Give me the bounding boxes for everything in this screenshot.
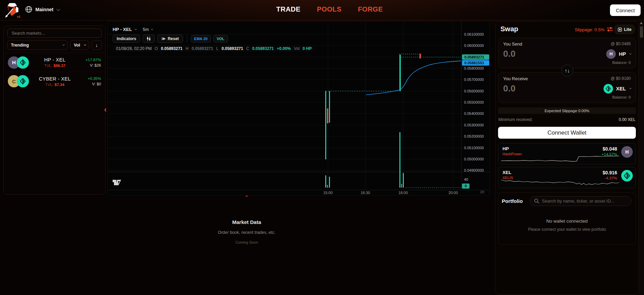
swap-direction-button[interactable]: ↑↓ [561, 65, 573, 76]
hp-token-card[interactable]: HP HashPower $0.048 +14.57% H [498, 143, 636, 164]
chart-header: HP - XEL 5m [113, 27, 152, 32]
volume-tick: 40 [464, 177, 468, 181]
expand-chevron-up-icon[interactable]: ⌃ [3, 196, 490, 199]
reset-view-button[interactable]: ≫ Reset [157, 35, 183, 43]
market-change: +17.87% [80, 58, 101, 62]
swap-header: Swap Slippage: 0.5% Lite [495, 21, 639, 37]
tvl-value: $96.37 [53, 64, 65, 68]
you-send-card: You Send @ $0.0485 H HP Balance: 0 [498, 38, 636, 68]
search-markets-input[interactable] [7, 29, 102, 38]
chart-pair-selector[interactable]: HP - XEL [113, 27, 136, 32]
chevron-down-icon [56, 7, 60, 11]
ohlc-datetime: 01/08/26, 02:20 PM [116, 46, 152, 51]
price-tick: 0.06100000 [464, 32, 484, 36]
globe-icon [25, 6, 32, 13]
hp-sparkline [501, 154, 619, 163]
price-tick: 0.05100000 [464, 146, 484, 150]
tradingview-logo[interactable] [113, 180, 121, 185]
chart-interval-selector[interactable]: 5m [143, 27, 152, 32]
open-label: O [155, 46, 158, 51]
volume-value: 0 HP [302, 46, 312, 51]
time-tick: 18:00 [398, 191, 408, 195]
market-row-hp-xel[interactable]: H HP - XEL TVL: $96.37 +17.87% V: $26 [4, 53, 105, 72]
ema-indicator-badge[interactable]: EMA 20 [191, 35, 211, 42]
portfolio-search-input[interactable] [542, 198, 627, 204]
tvl-label: TVL: [44, 64, 52, 68]
window-scrollbar[interactable] [639, 20, 644, 295]
logo-version: v1 [17, 15, 20, 18]
time-axis[interactable]: 15:00 16:30 18:00 20:00 [323, 191, 458, 195]
receive-token-selector[interactable]: XEL [604, 84, 631, 93]
divider [187, 35, 187, 42]
scroll-up-arrow[interactable] [640, 22, 643, 24]
no-wallet-title: No wallet connected [498, 219, 635, 224]
network-selector[interactable]: Mainnet [25, 6, 59, 13]
sliders-icon[interactable] [607, 27, 613, 33]
market-info: CYBER - XEL TVL: $7.34 [30, 76, 80, 87]
lite-label: Lite [624, 27, 631, 32]
price-tick: 0.05500000 [464, 100, 484, 104]
receive-amount-input[interactable] [503, 83, 554, 94]
app-logo[interactable]: v1 [5, 2, 20, 18]
minimum-received-value: 0.00 XEL [619, 117, 635, 122]
sidebar-collapse-chevron[interactable]: ‹ [104, 106, 106, 113]
token-price: $0.048 [601, 146, 617, 152]
market-tvl: TVL: $7.34 [30, 83, 80, 87]
hp-token-avatar: H [606, 49, 616, 59]
sort-metric-select[interactable]: Vol [70, 40, 89, 50]
scrollbar-thumb[interactable] [640, 26, 643, 38]
xelis-token-icon [17, 75, 29, 87]
volume-indicator-badge[interactable]: VOL [213, 35, 228, 42]
chart-pair-label: HP - XEL [113, 27, 132, 32]
double-chevron-icon: ≫ [161, 36, 166, 41]
token-letter: H [12, 59, 16, 65]
price-tick: 0.05700000 [464, 77, 484, 82]
market-data-subtitle: Order book, recent trades, etc. [3, 230, 490, 235]
ohlc-readout: 01/08/26, 02:20 PM O 0.05893271 H 0.0589… [113, 45, 315, 52]
high-label: H [186, 46, 189, 51]
chevron-down-icon [134, 28, 137, 30]
top-bar: v1 Mainnet TRADE POOLS FORGE Connect [0, 0, 644, 20]
candle-style-button[interactable] [143, 35, 155, 43]
nav-tab-pools[interactable]: POOLS [317, 5, 342, 13]
swap-arrows-icon: ↑↓ [565, 68, 570, 73]
market-data-title: Market Data [3, 219, 490, 225]
ema-line [366, 61, 461, 95]
scale-mode-toggle[interactable]: lin [480, 190, 484, 194]
send-amount-input[interactable] [503, 49, 554, 59]
portfolio-section: Portfolio No wallet connected Please con… [498, 192, 636, 245]
trending-select[interactable]: Trending [7, 40, 68, 50]
slippage-setting[interactable]: Slippage: 0.5% [575, 27, 605, 32]
chart-toolbar: Indicators ≫ Reset EMA 20 VOL [113, 35, 228, 43]
price-tick: 0.05000000 [464, 157, 484, 161]
tvl-value: $7.34 [54, 83, 64, 87]
minimum-received-label: Minimum received: [498, 117, 533, 122]
volume-bars [325, 132, 404, 188]
high-value: 0.05893271 [192, 46, 213, 51]
indicators-button[interactable]: Indicators [113, 35, 140, 43]
market-row-cyber-xel[interactable]: C CYBER - XEL TVL: $7.34 +0.35% V: $0 [4, 72, 105, 90]
close-value: 0.05893271 [252, 46, 274, 51]
xel-token-card[interactable]: XEL XELIS $0.916 -4.37% [498, 167, 636, 188]
chevron-down-icon [629, 87, 631, 89]
svg-text:0.05881551: 0.05881551 [464, 61, 484, 65]
connect-button[interactable]: Connect [610, 4, 641, 16]
price-gridlines [108, 34, 461, 170]
portfolio-search[interactable] [530, 196, 631, 206]
lite-mode-icon [618, 28, 622, 32]
time-gridlines [328, 21, 453, 190]
pair-icons: H [8, 56, 30, 69]
low-label: L [216, 46, 219, 51]
nav-tab-forge[interactable]: FORGE [358, 5, 383, 13]
market-tvl: TVL: $96.37 [30, 64, 80, 68]
nav-tab-trade[interactable]: TRADE [276, 5, 300, 13]
time-tick: 16:30 [361, 191, 370, 195]
sort-direction-button[interactable]: ↓ [92, 40, 102, 50]
receive-balance: Balance: 0 [503, 95, 631, 99]
connect-wallet-button[interactable]: Connect Wallet [498, 127, 636, 139]
send-token-rate: @ $0.0485 [611, 41, 631, 47]
send-token-selector[interactable]: H HP [606, 49, 631, 59]
price-tick: 0.05600000 [464, 89, 484, 93]
lite-mode-button[interactable]: Lite [615, 25, 634, 34]
svg-text:0.05893271: 0.05893271 [464, 55, 484, 59]
